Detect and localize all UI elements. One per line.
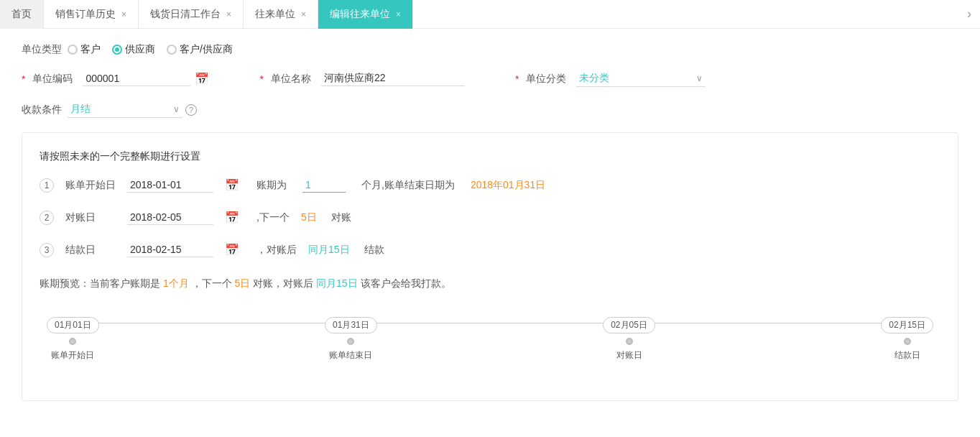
tab-close-sales-history[interactable]: × — [121, 9, 126, 19]
timeline-dot-0 — [69, 338, 76, 345]
step-2-prefix: ,下一个 — [256, 211, 290, 224]
timeline-point-2: 02月05日 对账日 — [603, 317, 655, 362]
tab-edit-partner[interactable]: 编辑往来单位 × — [318, 0, 413, 29]
step-1-label: 账单开始日 — [65, 179, 116, 192]
preview-tail: 该客户会给我打款。 — [361, 277, 451, 289]
step-3-calendar-icon[interactable]: 📅 — [225, 243, 239, 257]
radio-group-unit-type: 客户 供应商 客户/供应商 — [68, 43, 233, 56]
timeline-badge-2: 02月05日 — [603, 317, 655, 334]
timeline-point-1: 01月31日 账单结束日 — [325, 317, 377, 362]
unit-name-field: * 单位名称 — [259, 71, 464, 86]
payment-terms-select[interactable]: 月结 ∨ — [68, 101, 182, 118]
preview-sep1: ，下一个 — [192, 277, 232, 289]
unit-info-row: * 单位编码 📅 * 单位名称 * 单位分类 未分类 ∨ — [22, 70, 958, 87]
step-1-row: 1 账单开始日 📅 账期为 个月,账单结束日期为 2018年01月31日 — [40, 178, 940, 193]
step-2-label: 对账日 — [65, 211, 116, 224]
unit-code-input[interactable] — [83, 71, 190, 86]
main-content: 单位类型 客户 供应商 客户/供应商 * 单位编码 📅 * 单位名称 — [0, 29, 980, 437]
timeline-dot-3 — [904, 338, 911, 345]
step-1-end-date: 2018年01月31日 — [471, 179, 545, 192]
unit-category-value: 未分类 — [579, 72, 693, 85]
radio-customer-supplier[interactable]: 客户/供应商 — [167, 43, 233, 56]
step-2-day: 5日 — [301, 211, 317, 224]
step-3-tail: 结款 — [364, 244, 384, 257]
step-3-day: 同月15日 — [308, 244, 350, 257]
step-2-row: 2 对账日 📅 ,下一个 5日 对账 — [40, 210, 940, 225]
unit-name-label: 单位名称 — [271, 73, 311, 86]
timeline-badge-1: 01月31日 — [325, 317, 377, 334]
radio-circle-supplier — [112, 45, 122, 55]
tab-partners[interactable]: 往来单位 × — [244, 0, 318, 29]
timeline-dot-1 — [347, 338, 354, 345]
preview-sep2: 对账，对账后 — [253, 277, 313, 289]
step-2-date-input[interactable] — [127, 210, 213, 225]
timeline-container: 01月01日 账单开始日 01月31日 账单结束日 02月05日 对账日 02月… — [47, 310, 933, 383]
payment-chevron-icon: ∨ — [173, 104, 180, 114]
timeline-badge-0: 01月01日 — [47, 317, 99, 334]
tab-close-edit-partner[interactable]: × — [396, 9, 401, 19]
category-chevron-icon: ∨ — [696, 73, 703, 83]
step-3-number: 3 — [40, 243, 54, 257]
step-2-tail: 对账 — [331, 211, 351, 224]
preview-text: 账期预览：当前客户账期是 1个月 ，下一个 5日 对账，对账后 同月15日 该客… — [40, 275, 940, 293]
preview-period: 1个月 — [163, 277, 189, 289]
step-2-calendar-icon[interactable]: 📅 — [225, 211, 239, 224]
radio-label-customer: 客户 — [80, 43, 101, 56]
unit-code-label: 单位编码 — [32, 73, 73, 86]
tab-close-partners[interactable]: × — [301, 9, 306, 19]
unit-code-field: * 单位编码 📅 — [22, 71, 209, 86]
payment-terms-row: 收款条件 月结 ∨ ? — [22, 101, 958, 118]
tab-cash-work[interactable]: 钱货日清工作台 × — [139, 0, 244, 29]
radio-customer[interactable]: 客户 — [68, 43, 101, 56]
timeline-label-1: 账单结束日 — [329, 349, 372, 362]
unit-category-select[interactable]: 未分类 ∨ — [576, 70, 706, 87]
settings-card: 请按照未来的一个完整帐期进行设置 1 账单开始日 📅 账期为 个月,账单结束日期… — [22, 132, 958, 401]
tab-expand-icon[interactable]: › — [958, 6, 980, 22]
timeline-point-3: 02月15日 结款日 — [881, 317, 933, 362]
payment-help-icon[interactable]: ? — [185, 104, 197, 116]
unit-type-label: 单位类型 — [22, 43, 62, 56]
step-2-number: 2 — [40, 211, 54, 225]
unit-name-input[interactable] — [321, 71, 465, 86]
timeline-label-0: 账单开始日 — [51, 349, 94, 362]
timeline-point-0: 01月01日 账单开始日 — [47, 317, 99, 362]
card-instruction: 请按照未来的一个完整帐期进行设置 — [40, 150, 940, 163]
radio-supplier[interactable]: 供应商 — [112, 43, 155, 56]
required-star-code: * — [22, 73, 25, 85]
unit-category-field: * 单位分类 未分类 ∨ — [515, 70, 706, 87]
step-1-date-input[interactable] — [127, 178, 213, 193]
timeline-dot-2 — [626, 338, 633, 345]
tab-bar: 首页 销售订单历史 × 钱货日清工作台 × 往来单位 × 编辑往来单位 × › — [0, 0, 980, 29]
preview-label: 账期预览：当前客户账期是 — [40, 277, 160, 289]
step-3-date-input[interactable] — [127, 242, 213, 257]
step-3-prefix: ，对账后 — [256, 244, 297, 257]
payment-terms-value: 月结 — [70, 103, 170, 116]
timeline-badge-3: 02月15日 — [881, 317, 933, 334]
preview-settle-day: 同月15日 — [316, 277, 358, 289]
timeline-label-3: 结款日 — [895, 349, 920, 362]
unit-type-row: 单位类型 客户 供应商 客户/供应商 — [22, 43, 958, 56]
radio-circle-customer — [68, 45, 78, 55]
step-3-row: 3 结款日 📅 ，对账后 同月15日 结款 — [40, 242, 940, 257]
preview-day: 5日 — [234, 277, 250, 289]
step-1-number: 1 — [40, 178, 54, 193]
step-1-mid-text: 账期为 — [256, 179, 287, 192]
payment-terms-label: 收款条件 — [22, 104, 62, 116]
tab-sales-history[interactable]: 销售订单历史 × — [44, 0, 139, 29]
radio-label-supplier: 供应商 — [125, 43, 155, 56]
step-1-period-unit: 个月,账单结束日期为 — [361, 179, 455, 192]
radio-label-customer-supplier: 客户/供应商 — [180, 43, 233, 56]
radio-circle-customer-supplier — [167, 45, 177, 55]
step-3-label: 结款日 — [65, 244, 116, 257]
tab-close-cash-work[interactable]: × — [226, 9, 231, 19]
timeline-points: 01月01日 账单开始日 01月31日 账单结束日 02月05日 对账日 02月… — [47, 317, 933, 362]
tab-home[interactable]: 首页 — [0, 0, 44, 29]
timeline-label-2: 对账日 — [616, 349, 642, 362]
required-star-name: * — [259, 73, 263, 85]
step-1-calendar-icon[interactable]: 📅 — [225, 178, 239, 192]
unit-code-calendar-icon[interactable]: 📅 — [195, 72, 209, 86]
step-1-period-input[interactable] — [302, 178, 346, 193]
unit-category-label: 单位分类 — [526, 73, 566, 86]
required-star-category: * — [515, 73, 519, 85]
